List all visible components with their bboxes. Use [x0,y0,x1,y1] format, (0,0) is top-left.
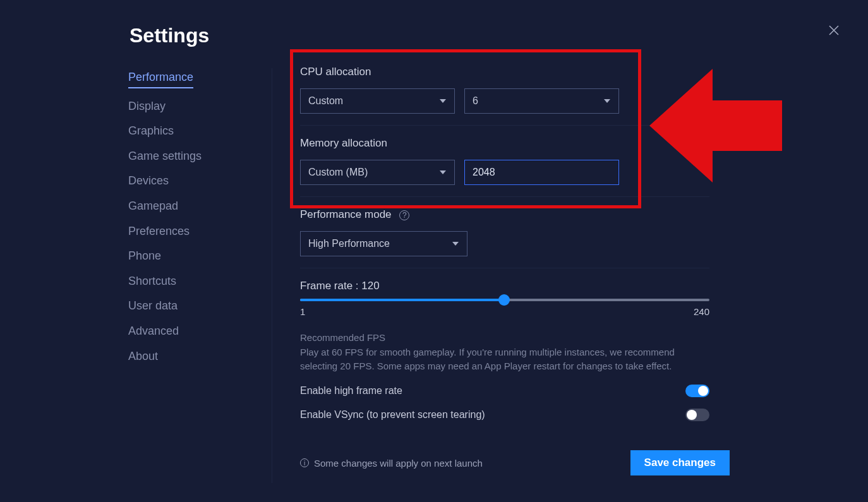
vsync-label: Enable VSync (to prevent screen tearing) [300,409,485,421]
info-text: Some changes will apply on next launch [314,458,483,469]
cpu-allocation-label: CPU allocation [300,66,711,78]
sidebar-item-user-data[interactable]: User data [128,299,178,313]
chevron-down-icon [439,169,447,176]
settings-sidebar: Performance Display Graphics Game settin… [128,71,236,363]
sidebar-item-display[interactable]: Display [128,100,166,114]
performance-mode-value: High Performance [308,238,390,249]
info-icon: i [300,458,309,467]
frame-rate-min: 1 [300,306,305,317]
chevron-down-icon [452,240,459,248]
memory-preset-select[interactable]: Custom (MB) [300,160,455,185]
memory-value: 2048 [473,167,495,178]
sidebar-item-preferences[interactable]: Preferences [128,225,190,239]
sidebar-item-about[interactable]: About [128,350,158,364]
performance-mode-label: Performance mode ? [300,208,711,221]
sidebar-item-phone[interactable]: Phone [128,249,161,263]
slider-thumb[interactable] [498,294,510,306]
frame-rate-label: Frame rate : 120 [300,280,709,292]
cpu-cores-select[interactable]: 6 [464,88,619,114]
high-frame-rate-label: Enable high frame rate [300,385,402,397]
chevron-down-icon [439,97,447,105]
memory-value-input[interactable]: 2048 [464,160,619,185]
sidebar-item-devices[interactable]: Devices [128,174,169,188]
sidebar-item-game-settings[interactable]: Game settings [128,150,202,164]
sidebar-item-performance[interactable]: Performance [128,71,193,88]
high-frame-rate-toggle[interactable] [685,385,709,397]
recommended-fps-body: Play at 60 FPS for smooth gameplay. If y… [300,345,709,373]
page-title: Settings [130,24,209,47]
separator [300,125,709,126]
chevron-down-icon [603,97,611,105]
help-icon[interactable]: ? [399,210,409,220]
performance-mode-text: Performance mode [300,208,392,220]
frame-rate-slider[interactable] [300,299,709,301]
vertical-divider [272,68,272,483]
memory-allocation-label: Memory allocation [300,137,711,150]
info-note: i Some changes will apply on next launch [300,458,483,469]
save-changes-button[interactable]: Save changes [630,450,730,475]
cpu-preset-value: Custom [308,95,343,107]
slider-fill [300,299,504,301]
main-panel: CPU allocation Custom 6 Memory allocatio… [300,66,711,421]
vsync-toggle[interactable] [685,409,709,421]
performance-mode-select[interactable]: High Performance [300,231,467,256]
sidebar-item-advanced[interactable]: Advanced [128,325,179,338]
separator [300,196,709,197]
sidebar-item-graphics[interactable]: Graphics [128,124,174,138]
cpu-preset-select[interactable]: Custom [300,88,455,114]
memory-preset-value: Custom (MB) [308,167,368,178]
cpu-cores-value: 6 [473,95,478,107]
recommended-fps-title: Recommended FPS [300,332,709,343]
sidebar-item-gamepad[interactable]: Gamepad [128,200,178,213]
close-icon[interactable] [828,24,840,37]
sidebar-item-shortcuts[interactable]: Shortcuts [128,275,176,289]
frame-rate-max: 240 [694,306,709,317]
separator [300,268,709,268]
